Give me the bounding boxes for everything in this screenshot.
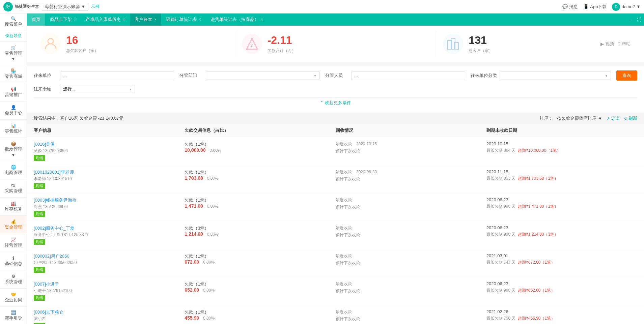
sort-select[interactable]: 按欠款金额倒序排序 ▼ <box>557 115 602 121</box>
customer-cell: [0001020001]李老师 李老师 18600391516 现销 <box>34 169 185 189</box>
export-button[interactable]: ↗ 导出 <box>606 115 620 121</box>
message-button[interactable]: 💬 消息 <box>562 4 578 10</box>
table-row: [0001020001]李老师 李老师 18600391516 现销 欠款（1笔… <box>27 165 644 193</box>
tab-close-2[interactable]: × <box>123 17 125 22</box>
balance-select[interactable]: 选择... <box>60 84 135 94</box>
filter-manager: 分管人员 ... <box>325 71 466 80</box>
return-cell: 最近收款 预计下次收款 <box>336 253 486 266</box>
sidebar-item-retail-mgmt[interactable]: 🛒 零售管理 ▼ <box>0 42 27 65</box>
overdue-link[interactable]: 超期¥672.00（1笔） <box>518 260 555 265</box>
refresh-button[interactable]: ↻ 刷新 <box>624 115 637 121</box>
overdue-link[interactable]: 超期¥455.90（1笔） <box>518 316 555 321</box>
customer-name[interactable]: [0006]去下粮仓 <box>34 309 185 315</box>
sidebar-item-basic-info[interactable]: ℹ 基础信息 <box>0 252 27 270</box>
stat-value-owe-total: -2.11 <box>268 34 296 47</box>
video-action[interactable]: ▶ 视频 <box>600 41 614 47</box>
customer-name[interactable]: [0001020001]李老师 <box>34 169 185 175</box>
customer-name[interactable]: [0007]小进干 <box>34 281 185 287</box>
tab-close-5[interactable]: × <box>261 17 263 22</box>
overdue-date: 2021.02.26 <box>486 309 637 314</box>
stat-icon-owe: ¥ <box>242 34 262 54</box>
sidebar-item-inventory[interactable]: 🏭 库存核算 <box>0 198 27 216</box>
sidebar-item-wholesale[interactable]: 📦 批发管理 ▼ <box>0 138 27 161</box>
sidebar-item-retail-mall[interactable]: 🏪 零售商城 <box>0 65 27 83</box>
overdue-link[interactable]: 超期¥1,214.00（3笔） <box>518 232 558 237</box>
manager-input[interactable]: ... <box>352 71 466 80</box>
tab-customer-ledger[interactable]: 客户账本 × <box>130 13 161 26</box>
table-body: [0016]吴俊 吴俊 13026203696 现销 欠款（1笔） 10,000… <box>27 137 644 324</box>
sidebar-item-purchase[interactable]: 🛍 采购管理 <box>0 179 27 198</box>
sidebar-quick-nav[interactable]: 快捷导航 <box>0 30 27 42</box>
return-latest-label: 最近收款 2020-10-15 <box>336 141 486 147</box>
tab-close-1[interactable]: × <box>74 17 76 22</box>
demo-link[interactable]: 示例 <box>91 4 99 9</box>
sidebar-search[interactable]: 🔍 搜索菜单 <box>0 13 27 30</box>
tab-close-4[interactable]: × <box>199 17 201 22</box>
customer-name[interactable]: [0002]服务中心_丁磊 <box>34 225 185 231</box>
tab-product-listing[interactable]: 商品上下架 × <box>45 13 81 26</box>
help-action[interactable]: ? 帮助 <box>618 41 631 47</box>
tab-minimize-icon[interactable]: — <box>630 17 634 22</box>
owe-amount: 455.90 <box>185 315 199 321</box>
return-next-label: 预计下次收款 <box>336 176 486 182</box>
sidebar-item-enterprise[interactable]: 🤝 企业协同 <box>0 289 27 307</box>
tab-maximize-icon[interactable]: ⛶ <box>637 17 641 22</box>
customer-contact: 吴俊 13026203696 <box>34 148 185 154</box>
customer-contact: 服务中心_丁磊 181 0125 8371 <box>34 232 185 238</box>
return-next-label: 预计下次收款 <box>336 288 486 294</box>
overdue-date: 2020.10.15 <box>486 141 637 146</box>
owe-percent: 0.00% <box>203 260 215 265</box>
overdue-link[interactable]: 超期¥10,000.00（1笔） <box>518 148 561 153</box>
message-icon: 💬 <box>562 4 568 9</box>
tab-product-inbound[interactable]: 产成品入库单历史 × <box>81 13 130 26</box>
owe-amount-row: 1,703.68 0.00% <box>185 175 335 181</box>
stat-value-owe-customers: 16 <box>66 34 99 47</box>
sidebar-item-finance[interactable]: 💰 资金管理 <box>0 216 27 234</box>
tab-close-3[interactable]: × <box>154 17 157 22</box>
customer-cell: [0002]服务中心_丁磊 服务中心_丁磊 181 0125 8371 现销 <box>34 225 185 245</box>
overdue-cell: 2020.10.15 最长欠款 884 天 超期¥10,000.00（1笔） <box>486 141 637 153</box>
customer-name[interactable]: [000002]用户2050 <box>34 253 185 259</box>
return-latest-label: 最近收款 <box>336 281 486 287</box>
overdue-link[interactable]: 超期¥652.00（1笔） <box>518 288 555 293</box>
customer-name[interactable]: [0003]畅捷服务尹海燕 <box>34 197 185 203</box>
tab-inbound-stats[interactable]: 进货单统计表（按商品） × <box>206 13 268 26</box>
overdue-cell: 2020.06.23 最长欠款 998 天 超期¥1,471.00（1笔） <box>486 197 637 209</box>
tab-bar: 首页 商品上下架 × 产成品入库单历史 × 客户账本 × 采购订单统计表 × 进… <box>27 13 644 26</box>
table-row: [0002]服务中心_丁磊 服务中心_丁磊 181 0125 8371 现销 欠… <box>27 221 644 249</box>
owe-cell: 欠款（1笔） 1,471.00 0.00% <box>185 197 335 209</box>
content-area: 首页 商品上下架 × 产成品入库单历史 × 客户账本 × 采购订单统计表 × 进… <box>27 13 644 324</box>
source-unit-input[interactable]: ... <box>60 71 174 80</box>
dept-select[interactable] <box>206 71 320 80</box>
store-icon: 🏪 <box>1 68 25 73</box>
owe-amount: 672.00 <box>185 259 199 265</box>
company-select[interactable]: 母婴行业演示账套 ▼ <box>42 3 88 11</box>
sidebar-item-operations[interactable]: 📈 经营管理 <box>0 234 27 252</box>
sidebar-item-guide[interactable]: 🆕 新手引导 <box>0 307 27 324</box>
return-cell: 最近收款 预计下次收款 <box>336 281 486 294</box>
sidebar-item-members[interactable]: 👤 会员中心 <box>0 101 27 120</box>
search-button[interactable]: 查询 <box>616 70 637 81</box>
user-avatar-button[interactable]: D demo2 ▼ <box>612 3 641 11</box>
owe-amount-row: 1,471.00 0.00% <box>185 203 335 209</box>
tab-purchase-stats[interactable]: 采购订单统计表 × <box>161 13 206 26</box>
table-header: 客户信息 欠款交易信息（占比） 回收情况 到期未收款日期 <box>27 124 644 137</box>
filter-more[interactable]: ⌃ 收起更多条件 <box>34 97 637 108</box>
customer-name[interactable]: [0016]吴俊 <box>34 141 185 147</box>
overdue-link[interactable]: 超期¥1,471.00（1笔） <box>518 204 558 209</box>
app-download-button[interactable]: 📱 App下载 <box>583 4 607 10</box>
overdue-link[interactable]: 超期¥1,703.68（1笔） <box>518 176 558 181</box>
sidebar-item-system[interactable]: ⚙ 系统管理 <box>0 270 27 289</box>
sidebar-item-retail-stats[interactable]: 📊 零售统计 <box>0 120 27 138</box>
category-select[interactable] <box>500 71 611 80</box>
sidebar-item-ecommerce[interactable]: 🌐 电商管理 <box>0 161 27 179</box>
filter-label-category: 往来单位分类 <box>471 72 497 79</box>
owe-percent: 0.00% <box>207 232 219 237</box>
tab-home[interactable]: 首页 <box>27 13 45 26</box>
sidebar-item-marketing[interactable]: 📢 营销推广 <box>0 83 27 101</box>
overdue-cell: 2021.02.26 最长欠款 750 天 超期¥455.90（1笔） <box>486 309 637 321</box>
owe-amount-row: 1,214.00 0.00% <box>185 231 335 237</box>
purchase-icon: 🛍 <box>1 183 25 188</box>
help-icon: ? <box>618 41 620 47</box>
overdue-date: 2020.06.23 <box>486 197 637 202</box>
